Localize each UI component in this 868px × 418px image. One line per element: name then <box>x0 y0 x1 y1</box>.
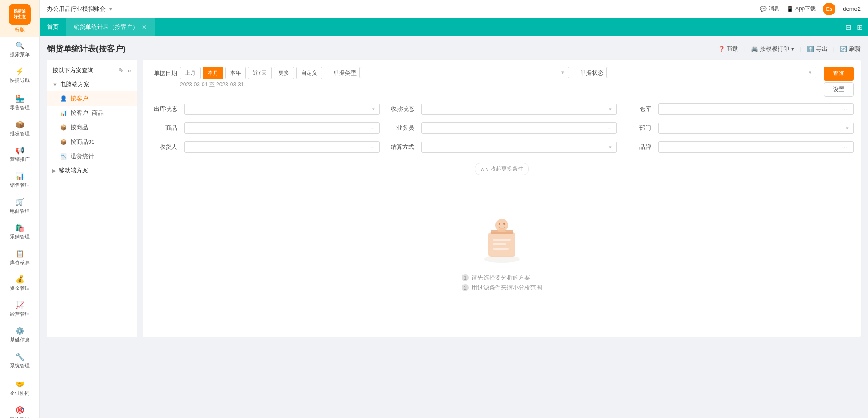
date-btn-custom[interactable]: 自定义 <box>296 67 322 79</box>
sidebar-item-wholesale-label: 批发管理 <box>10 130 30 137</box>
sidebar-item-retail[interactable]: 🏪 零售管理 <box>0 90 39 116</box>
empty-state: 请先选择要分析的方案 用过滤条件来缩小分析范围 <box>150 178 854 330</box>
help-icon: ❓ <box>718 46 725 52</box>
sidebar-item-marketing[interactable]: 📢 营销推广 <box>0 142 39 167</box>
help-label: 帮助 <box>727 45 739 53</box>
topbar-dropdown-btn[interactable]: ▾ <box>109 6 112 12</box>
customer-icon: 👤 <box>60 95 67 102</box>
order-type-arrow-icon: ▾ <box>561 70 564 76</box>
sidebar-item-newbie[interactable]: 🎯 新手引导 <box>0 401 39 418</box>
tab-minimize-btn[interactable]: ⊟ <box>844 21 853 33</box>
tab-home[interactable]: 首页 <box>40 18 66 36</box>
collapse-btn[interactable]: ∧∧ 收起更多条件 <box>475 163 529 175</box>
outbound-arrow-icon: ▾ <box>372 106 375 112</box>
receiver-input[interactable]: ··· <box>184 141 380 153</box>
scheme-add-btn[interactable]: + <box>110 66 116 75</box>
app-download-label: App下载 <box>795 5 816 13</box>
empty-hint-2: 用过滤条件来缩小分析范围 <box>462 284 542 292</box>
date-btn-7days[interactable]: 近7天 <box>248 67 272 79</box>
system-icon: 🔧 <box>15 352 24 361</box>
page-title: 销货单统计表(按客户) <box>47 43 126 54</box>
avatar[interactable]: Ea <box>823 3 835 15</box>
tab-close-btn[interactable]: ✕ <box>141 24 147 30</box>
scheme-panel-title: 按以下方案查询 <box>52 66 94 75</box>
topbar-title: 办公用品行业模拟账套 <box>47 5 106 13</box>
query-button[interactable]: 查询 <box>824 67 854 81</box>
sidebar-item-corp[interactable]: 🤝 企业协同 <box>0 375 39 401</box>
scheme-edit-btn[interactable]: ✎ <box>118 66 125 75</box>
scheme-collapse-btn[interactable]: « <box>127 66 132 75</box>
tab-report[interactable]: 销货单统计表（按客户） ✕ <box>66 18 155 36</box>
scheme-item-by-goods99-label: 按商品99 <box>71 138 94 146</box>
sidebar-item-operation-label: 经营管理 <box>10 311 30 318</box>
customer-goods-icon: 📊 <box>60 109 67 117</box>
scheme-item-return-stat[interactable]: 📉 退货统计 <box>47 149 137 164</box>
sidebar-item-marketing-label: 营销推广 <box>10 156 30 163</box>
scheme-item-by-customer[interactable]: 👤 按客户 <box>47 91 137 106</box>
date-btn-current-month[interactable]: 本月 <box>203 67 223 79</box>
dept-select[interactable]: ▾ <box>658 123 854 134</box>
settle-select[interactable]: ▾ <box>421 142 617 153</box>
payment-select[interactable]: ▾ <box>421 104 617 115</box>
order-status-select[interactable]: ▾ <box>606 67 816 78</box>
date-range-display: 2023-03-01 至 2023-03-31 <box>180 81 244 88</box>
scheme-item-by-customer-goods[interactable]: 📊 按客户+商品 <box>47 106 137 120</box>
scheme-item-by-customer-goods-label: 按客户+商品 <box>71 109 104 117</box>
sidebar-item-sales[interactable]: 📊 销售管理 <box>0 167 39 193</box>
refresh-btn[interactable]: 🔄 刷新 <box>840 45 861 53</box>
staff-label: 业务员 <box>387 124 414 132</box>
filter-panel: 单据日期 上月 本月 本年 近7天 更多 自定义 <box>143 60 861 337</box>
sidebar-item-basic[interactable]: ⚙️ 基础信息 <box>0 322 39 348</box>
sidebar-item-operation[interactable]: 📈 经营管理 <box>0 296 39 322</box>
sidebar-item-wholesale[interactable]: 📦 批发管理 <box>0 116 39 142</box>
sidebar-item-ecommerce[interactable]: 🛒 电商管理 <box>0 193 39 219</box>
export-btn[interactable]: ⬆️ 导出 <box>807 45 828 53</box>
scheme-item-by-goods99[interactable]: 📦 按商品99 <box>47 135 137 149</box>
date-btn-last-month[interactable]: 上月 <box>180 67 201 79</box>
sidebar-item-system[interactable]: 🔧 系统管理 <box>0 348 39 374</box>
collapse-btn-label: 收起更多条件 <box>491 165 523 173</box>
sidebar-item-search[interactable]: 🔍 搜索菜单 <box>0 37 39 62</box>
settings-button[interactable]: 设置 <box>824 82 854 97</box>
scheme-item-by-goods-label: 按商品 <box>71 124 88 132</box>
date-options-group: 上月 本月 本年 近7天 更多 自定义 <box>180 67 322 79</box>
sidebar-item-inventory[interactable]: 📋 库存核算 <box>0 245 39 271</box>
empty-illustration <box>475 214 529 268</box>
app-download-btn[interactable]: 📱 App下载 <box>787 5 816 13</box>
date-btn-current-year[interactable]: 本年 <box>225 67 246 79</box>
scheme-item-by-goods[interactable]: 📦 按商品 <box>47 120 137 135</box>
filter-row-2: 出库状态 ▾ 收款状态 ▾ 仓库 ··· <box>150 103 854 115</box>
brand-input[interactable]: ··· <box>658 141 854 153</box>
refresh-icon: 🔄 <box>840 46 847 52</box>
sales-icon: 📊 <box>15 172 24 180</box>
newbie-icon: 🎯 <box>15 406 24 414</box>
sidebar-item-basic-label: 基础信息 <box>10 337 30 343</box>
outbound-select[interactable]: ▾ <box>184 104 380 115</box>
sidebar-item-finance[interactable]: 💰 资金管理 <box>0 271 39 296</box>
help-btn[interactable]: ❓ 帮助 <box>718 45 739 53</box>
warehouse-input[interactable]: ··· <box>658 103 854 115</box>
scheme-panel: 按以下方案查询 + ✎ « ▼ 电脑端方案 <box>47 60 137 337</box>
svg-rect-4 <box>493 243 506 245</box>
sidebar-item-purchase[interactable]: 🛍️ 采购管理 <box>0 219 39 245</box>
staff-input[interactable]: ··· <box>421 122 617 134</box>
print-dropdown-icon[interactable]: ▾ <box>791 46 794 52</box>
tabbar: 首页 销货单统计表（按客户） ✕ ⊟ ⊞ <box>40 18 868 36</box>
goods99-icon: 📦 <box>60 138 67 146</box>
date-btn-more[interactable]: 更多 <box>274 67 294 79</box>
sidebar-item-shortcut[interactable]: ⚡ 快捷导航 <box>0 62 39 88</box>
template-print-btn[interactable]: 🖨️ 按模板打印 ▾ <box>751 45 794 53</box>
tab-maximize-btn[interactable]: ⊞ <box>855 21 864 33</box>
topbar-left: 办公用品行业模拟账套 ▾ <box>47 5 112 13</box>
wholesale-icon: 📦 <box>15 120 24 129</box>
goods-input[interactable]: ··· <box>184 122 380 134</box>
sidebar-item-newbie-label: 新手引导 <box>10 416 30 418</box>
order-type-select[interactable]: ▾ <box>359 67 570 78</box>
goods-more-icon: ··· <box>370 125 375 131</box>
username[interactable]: demo2 <box>843 5 861 12</box>
sidebar-item-purchase-label: 采购管理 <box>10 233 30 240</box>
scheme-group-desktop-header[interactable]: ▼ 电脑端方案 <box>47 78 137 91</box>
message-btn[interactable]: 💬 消息 <box>760 5 779 13</box>
collapse-bar: ∧∧ 收起更多条件 <box>150 160 854 178</box>
scheme-group-mobile-header[interactable]: ▶ 移动端方案 <box>47 164 137 177</box>
